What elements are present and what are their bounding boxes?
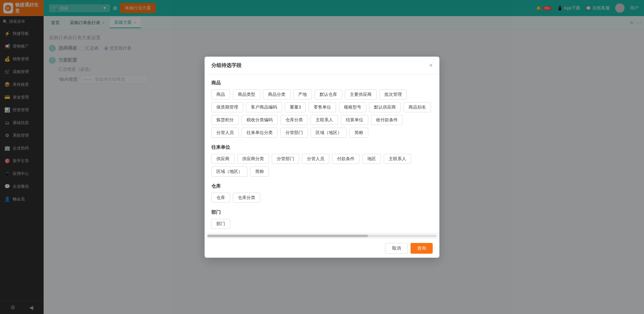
field-tag[interactable]: 分管部门 — [272, 154, 299, 164]
field-tag[interactable]: 规格型号 — [339, 102, 366, 112]
field-tag[interactable]: 分管人员 — [211, 128, 239, 138]
confirm-button[interactable]: 查询 — [411, 243, 433, 254]
field-tag[interactable]: 区域（地区） — [211, 167, 248, 177]
field-tag[interactable]: 客户商品编码 — [246, 102, 282, 112]
field-tag[interactable]: 商品类型 — [233, 89, 260, 100]
field-tag[interactable]: 分管人员 — [302, 154, 329, 164]
field-tag[interactable]: 商品 — [211, 89, 230, 100]
field-tag[interactable]: 税收分类编码 — [241, 115, 278, 125]
field-tag[interactable]: 结算单位 — [341, 115, 368, 125]
field-tag[interactable]: 往来单位分类 — [241, 128, 278, 138]
field-tag[interactable]: 商品分类 — [263, 89, 290, 100]
field-tag[interactable]: 供应商 — [211, 154, 234, 164]
field-group-department: 部门 部门 — [211, 209, 433, 229]
field-group-warehouse-title: 仓库 — [211, 183, 433, 189]
field-tag[interactable]: 区域（地区） — [311, 128, 347, 138]
field-tag[interactable]: 商品别名 — [404, 102, 431, 112]
cancel-button[interactable]: 取消 — [385, 243, 408, 254]
field-tags-warehouse: 仓库 仓库分类 — [211, 193, 433, 203]
field-group-department-title: 部门 — [211, 209, 433, 215]
field-tag[interactable]: 仓库分类 — [280, 115, 308, 125]
field-tag[interactable]: 零售单位 — [309, 102, 336, 112]
field-group-product-title: 商品 — [211, 80, 433, 86]
field-group-warehouse: 仓库 仓库 仓库分类 — [211, 183, 433, 203]
field-tag[interactable]: 主联系人 — [384, 154, 411, 164]
field-tag[interactable]: 收付款条件 — [371, 115, 403, 125]
field-tag[interactable]: 产地 — [293, 89, 312, 100]
modal-hscroll-thumb[interactable] — [207, 235, 368, 237]
field-tags-department: 部门 — [211, 219, 433, 229]
field-tags-product: 商品 商品类型 商品分类 产地 默认仓库 主要供应商 批次管理 保质期管理 客户… — [211, 89, 433, 138]
field-tag[interactable]: 炼货积分 — [211, 115, 239, 125]
field-tag[interactable]: 默认供应商 — [369, 102, 401, 112]
modal-body[interactable]: 商品 商品 商品类型 商品分类 产地 默认仓库 主要供应商 批次管理 保质期管理… — [205, 75, 439, 233]
field-tag[interactable]: 地区 — [362, 154, 381, 164]
field-select-modal: 分组待选字段 × 商品 商品 商品类型 商品分类 产地 默认仓库 主要供应商 批… — [205, 57, 439, 258]
field-tag[interactable]: 仓库分类 — [233, 193, 260, 203]
field-tag[interactable]: 主要供应商 — [345, 89, 377, 100]
field-tag[interactable]: 简称 — [350, 128, 368, 138]
field-tags-partner: 供应商 供应商分类 分管部门 分管人员 付款条件 地区 主联系人 区域（地区） … — [211, 154, 433, 177]
modal-overlay: 分组待选字段 × 商品 商品 商品类型 商品分类 产地 默认仓库 主要供应商 批… — [0, 0, 644, 314]
field-tag[interactable]: 主联系人 — [311, 115, 338, 125]
field-tag[interactable]: 供应商分类 — [237, 154, 269, 164]
field-tag[interactable]: 简称 — [250, 167, 269, 177]
field-tag[interactable]: 部门 — [211, 219, 230, 229]
field-tag[interactable]: 批次管理 — [379, 89, 407, 100]
field-tag[interactable]: 分管部门 — [280, 128, 308, 138]
field-tag[interactable]: 默认仓库 — [315, 89, 342, 100]
field-group-partner: 往来单位 供应商 供应商分类 分管部门 分管人员 付款条件 地区 主联系人 区域… — [211, 144, 433, 177]
modal-title: 分组待选字段 — [211, 62, 241, 69]
field-tag[interactable]: 付款条件 — [332, 154, 360, 164]
modal-footer: 取消 查询 — [205, 239, 439, 258]
field-tag[interactable]: 仓库 — [211, 193, 230, 203]
field-group-product: 商品 商品 商品类型 商品分类 产地 默认仓库 主要供应商 批次管理 保质期管理… — [211, 80, 433, 138]
field-tag[interactable]: 重量3 — [285, 102, 306, 112]
field-tag[interactable]: 保质期管理 — [211, 102, 243, 112]
modal-close-button[interactable]: × — [429, 62, 433, 69]
field-group-partner-title: 往来单位 — [211, 144, 433, 150]
modal-header: 分组待选字段 × — [205, 57, 439, 75]
